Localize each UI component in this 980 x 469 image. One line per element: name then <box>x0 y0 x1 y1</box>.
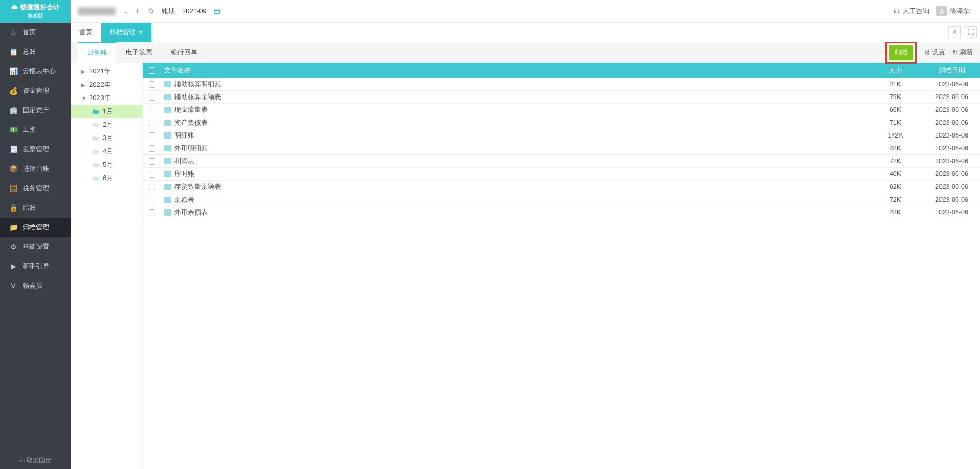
header-right: 人工咨询 徐泽华 <box>893 6 980 16</box>
user-menu[interactable]: 徐泽华 <box>936 6 970 16</box>
period-label: 账期 <box>162 7 175 16</box>
top-header: 畅捷通好会计 旗舰版 ████████ ⌄ + 账期 2021-09 人工咨询 … <box>0 0 980 23</box>
plus-icon[interactable]: + <box>135 7 140 16</box>
brand-logo: 畅捷通好会计 旗舰版 <box>0 0 71 23</box>
brand-edition: 旗舰版 <box>28 12 43 19</box>
svg-point-2 <box>941 9 943 11</box>
chevron-down-icon[interactable]: ⌄ <box>123 8 128 15</box>
consult-label: 人工咨询 <box>903 7 929 16</box>
headset-icon <box>893 8 901 15</box>
cloud-icon <box>11 4 18 11</box>
brand-name: 畅捷通好会计 <box>20 3 60 12</box>
period-value: 2021-09 <box>182 7 207 15</box>
svg-rect-0 <box>214 9 219 14</box>
company-selector[interactable]: ████████ <box>78 7 116 15</box>
avatar-icon <box>936 6 947 16</box>
header-center: ████████ ⌄ + 账期 2021-09 <box>71 7 893 16</box>
gear-icon[interactable] <box>147 8 154 15</box>
consult-link[interactable]: 人工咨询 <box>893 7 929 16</box>
calendar-icon[interactable] <box>214 8 221 14</box>
username: 徐泽华 <box>950 7 970 16</box>
